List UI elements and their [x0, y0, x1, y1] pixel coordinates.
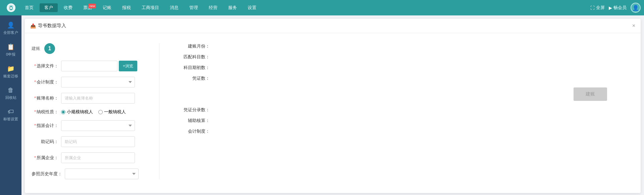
build-month-row: 建账月份： — [180, 43, 634, 49]
panel-body: 建账 1 *选择文件： +浏览 — [25, 33, 641, 189]
sidebar-item-all-clients[interactable]: 👤 全部客户 — [0, 18, 21, 39]
ledger-name-label: *账簿名称： — [32, 95, 58, 101]
sidebar-item-tags[interactable]: 🏷 标签设置 — [0, 105, 21, 125]
form-section: 建账 1 *选择文件： +浏览 — [32, 43, 152, 179]
file-input[interactable] — [61, 61, 117, 71]
vip-btn[interactable]: ▶ 畅会员 — [609, 5, 627, 11]
assign-accountant-row: *指派会计： — [32, 120, 152, 131]
nav-business[interactable]: 工商项目 — [137, 3, 164, 12]
nav-ledger[interactable]: 记账 — [98, 3, 116, 12]
right-section: 建账月份： 匹配科目数： 科目期初数： 凭证数： — [166, 43, 634, 179]
panel-title: 📤 导爷数据导入 — [30, 23, 66, 29]
nav-items: 首页 客户 收费 票据 new 记账 报税 工商项目 消息 管理 经营 服务 设… — [19, 3, 590, 12]
browse-button[interactable]: +浏览 — [119, 61, 137, 71]
migration-icon: 📁 — [7, 65, 14, 72]
voucher-count-row: 凭证数： — [180, 75, 634, 81]
tax-type-radio-group: 小规模纳税人 一般纳税人 — [61, 109, 126, 115]
divider — [159, 43, 159, 179]
file-row: *选择文件： +浏览 — [32, 61, 152, 71]
file-input-group: +浏览 — [61, 61, 135, 71]
accounting-system-select[interactable] — [61, 77, 135, 87]
vip-icon: ▶ — [609, 5, 612, 10]
subject-init-row: 科目期初数： — [180, 65, 634, 71]
app-logo — [3, 0, 19, 15]
new-badge: new — [88, 4, 96, 8]
import-panel: 📤 导爷数据导入 × 建账 1 * — [25, 19, 641, 193]
sidebar-item-declaration[interactable]: 📋 0申报 — [0, 40, 21, 60]
nav-tax[interactable]: 报税 — [117, 3, 136, 12]
company-row: *所属企业： — [32, 152, 152, 163]
nav-invoice[interactable]: 票据 new — [79, 3, 97, 12]
nav-customer[interactable]: 客户 — [40, 3, 58, 12]
top-navigation: 首页 客户 收费 票据 new 记账 报税 工商项目 消息 管理 经营 服务 设… — [0, 0, 644, 15]
avatar-icon: 👤 — [632, 5, 639, 11]
sidebar: 👤 全部客户 📋 0申报 📁 账套迁移 🗑 回收站 🏷 标签设置 — [0, 15, 21, 195]
fullscreen-icon: ⛶ — [590, 5, 595, 10]
company-label: *所属企业： — [32, 155, 58, 161]
sidebar-item-recycle[interactable]: 🗑 回收站 — [0, 83, 21, 104]
build-btn-area: 建账 — [180, 87, 634, 101]
voucher-entries-row: 凭证分录数： — [180, 107, 634, 113]
info-section: 建账月份： 匹配科目数： 科目期初数： 凭证数： — [166, 43, 634, 179]
aux-code-row: 助记码： — [32, 136, 152, 147]
assign-accountant-select[interactable] — [61, 120, 135, 131]
aux-accounting-row: 辅助核算： — [180, 118, 634, 124]
user-avatar[interactable]: 👤 — [631, 3, 641, 13]
nav-operation[interactable]: 经营 — [204, 3, 222, 12]
build-account-button[interactable]: 建账 — [574, 87, 607, 101]
aux-code-label: 助记码： — [32, 139, 58, 145]
tax-general-radio[interactable] — [98, 110, 103, 114]
step-indicator: 建账 1 — [32, 43, 55, 54]
tags-icon: 🏷 — [8, 108, 14, 115]
match-subjects-row: 匹配科目数： — [180, 54, 634, 60]
match-subjects-label: 匹配科目数： — [180, 54, 210, 60]
subject-init-label: 科目期初数： — [180, 65, 210, 71]
all-clients-icon: 👤 — [7, 21, 14, 29]
voucher-entries-label: 凭证分录数： — [180, 107, 210, 113]
file-label: *选择文件： — [32, 63, 58, 69]
form-container: *选择文件： +浏览 *会计制度： — [32, 61, 152, 179]
aux-accounting-label: 辅助核算： — [180, 118, 210, 124]
accounting-system-label: *会计制度： — [32, 79, 58, 85]
svg-point-1 — [10, 7, 12, 9]
info-accounting-system-row: 会计制度： — [180, 128, 634, 134]
history-year-select[interactable] — [65, 169, 139, 179]
sidebar-item-migration[interactable]: 📁 账套迁移 — [0, 62, 21, 82]
nav-manage[interactable]: 管理 — [185, 3, 203, 12]
step-circle: 1 — [44, 43, 55, 54]
accounting-system-row: *会计制度： — [32, 77, 152, 87]
nav-billing[interactable]: 收费 — [59, 3, 77, 12]
fullscreen-btn[interactable]: ⛶ 全屏 — [590, 5, 605, 11]
tax-general-option[interactable]: 一般纳税人 — [98, 109, 126, 115]
recycle-icon: 🗑 — [8, 87, 14, 94]
declaration-icon: 📋 — [7, 43, 14, 51]
info-accounting-system-label: 会计制度： — [180, 128, 210, 134]
nav-home[interactable]: 首页 — [20, 3, 38, 12]
tax-type-row: *纳税性质： 小规模纳税人 一般纳税人 — [32, 109, 152, 115]
build-month-label: 建账月份： — [180, 43, 210, 49]
aux-code-input[interactable] — [61, 136, 135, 147]
ledger-name-row: *账簿名称： — [32, 93, 152, 104]
main-layout: 👤 全部客户 📋 0申报 📁 账套迁移 🗑 回收站 🏷 标签设置 📤 导爷 — [0, 15, 644, 195]
tax-small-option[interactable]: 小规模纳税人 — [61, 109, 93, 115]
nav-settings[interactable]: 设置 — [243, 3, 261, 12]
company-input[interactable] — [61, 152, 135, 163]
topnav-right: ⛶ 全屏 ▶ 畅会员 👤 — [590, 3, 641, 13]
main-content: 📤 导爷数据导入 × 建账 1 * — [21, 15, 644, 195]
import-icon: 📤 — [30, 23, 36, 28]
ledger-name-input[interactable] — [61, 93, 135, 104]
tax-small-radio[interactable] — [61, 110, 65, 114]
close-button[interactable]: × — [632, 23, 635, 29]
panel-header: 📤 导爷数据导入 × — [25, 19, 641, 33]
history-year-label: 参照历史年度： — [32, 171, 62, 177]
history-year-row: 参照历史年度： — [32, 169, 152, 179]
voucher-count-label: 凭证数： — [180, 75, 210, 81]
tax-type-label: *纳税性质： — [32, 109, 58, 115]
nav-service[interactable]: 服务 — [224, 3, 242, 12]
nav-message[interactable]: 消息 — [165, 3, 183, 12]
assign-accountant-label: *指派会计： — [32, 123, 58, 129]
